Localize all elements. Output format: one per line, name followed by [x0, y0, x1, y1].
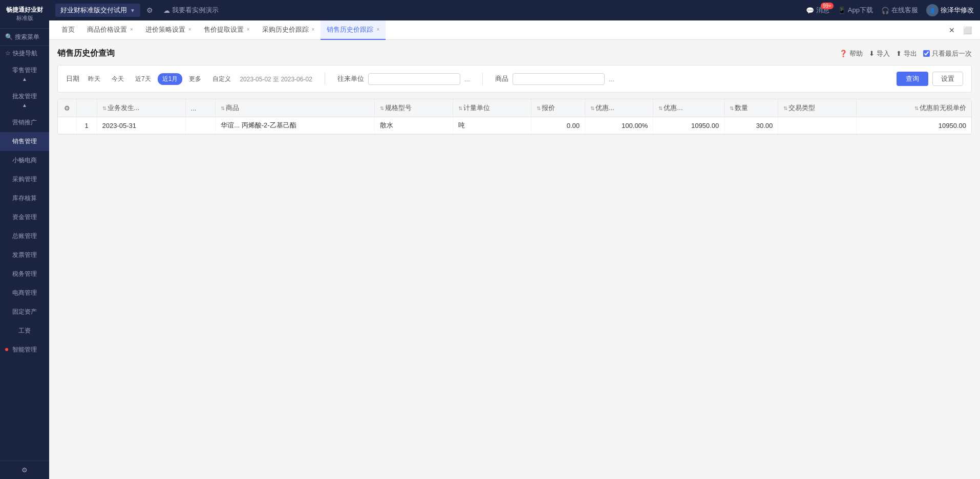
date-btn-last7[interactable]: 近7天	[131, 73, 156, 85]
col-header-pretax-price[interactable]: ⇅优惠前无税单价	[857, 99, 971, 117]
date-btn-more[interactable]: 更多	[184, 73, 206, 85]
online-service-button[interactable]: 🎧 在线客服	[881, 6, 918, 15]
sort-price-icon: ⇅	[537, 105, 541, 111]
export-button[interactable]: ⬆ 导出	[896, 49, 917, 58]
module-name: 好业财标准版交付试用	[60, 6, 127, 15]
tab-product-price-close[interactable]: ×	[130, 27, 133, 32]
tab-sale-price-close[interactable]: ×	[247, 27, 250, 32]
sidebar-item-invoice[interactable]: 发票管理	[0, 246, 49, 265]
sidebar-item-inventory[interactable]: 库存核算	[0, 189, 49, 208]
tab-purchase-strategy-close[interactable]: ×	[188, 27, 191, 32]
sidebar-item-smart[interactable]: 智能管理	[0, 340, 49, 359]
tab-product-price[interactable]: 商品价格设置 ×	[81, 20, 139, 40]
cell-price: 0.00	[531, 117, 585, 134]
messages-badge: 99+	[821, 3, 834, 9]
tab-purchase-strategy[interactable]: 进价策略设置 ×	[139, 20, 198, 40]
import-icon: ⬇	[869, 50, 875, 57]
sidebar-invoice-label: 发票管理	[12, 251, 37, 259]
sidebar-item-tax[interactable]: 税务管理	[0, 265, 49, 284]
tab-sales-history[interactable]: 销售历史价跟踪 ×	[321, 20, 386, 40]
last-only-checkbox[interactable]	[923, 50, 930, 57]
sort-qty-icon: ⇅	[730, 105, 734, 111]
online-service-label: 在线客服	[891, 6, 918, 15]
page-title: 销售历史价查询	[57, 48, 115, 59]
sidebar-item-salary[interactable]: 工资	[0, 321, 49, 340]
date-btn-yesterday[interactable]: 昨天	[83, 73, 105, 85]
tab-purchase-history-label: 采购历史价跟踪	[262, 25, 309, 34]
source-group: 往来单位 ...	[337, 73, 470, 85]
sidebar-item-purchase[interactable]: 采购管理	[0, 170, 49, 189]
tab-home[interactable]: 首页	[55, 20, 81, 40]
search-divider-1	[325, 73, 325, 85]
sidebar-item-wholesale[interactable]: 批发管理 ▲	[0, 87, 49, 113]
date-btn-custom[interactable]: 自定义	[208, 73, 236, 85]
sort-pretax-icon: ⇅	[914, 105, 919, 111]
col-header-product[interactable]: ⇅商品	[216, 99, 375, 117]
cell-date: 2023-05-31	[97, 117, 185, 134]
date-btn-today[interactable]: 今天	[107, 73, 129, 85]
sidebar-quick-nav[interactable]: ☆ 快捷导航	[0, 46, 49, 61]
sidebar-wholesale-label: 批发管理	[12, 92, 37, 101]
app-download-label: App下载	[848, 6, 873, 15]
topbar-settings-icon[interactable]: ⚙	[146, 6, 153, 14]
tab-purchase-history[interactable]: 采购历史价跟踪 ×	[256, 20, 321, 40]
sidebar-item-fixed-assets[interactable]: 固定资产	[0, 302, 49, 321]
tab-close-area: ✕ ⬜	[947, 25, 974, 35]
last-only-checkbox-label[interactable]: 只看最后一次	[923, 49, 972, 58]
tab-purchase-history-close[interactable]: ×	[312, 27, 315, 32]
close-window-button[interactable]: ✕	[947, 25, 957, 35]
query-button[interactable]: 查询	[897, 72, 928, 86]
sidebar-item-finance[interactable]: 资金管理	[0, 208, 49, 227]
col-header-date[interactable]: ⇅业务发生...	[97, 99, 185, 117]
col-header-qty[interactable]: ⇅数量	[725, 99, 778, 117]
app-download-button[interactable]: 📱 App下载	[838, 6, 873, 15]
col-header-discount-pct[interactable]: ⇅优惠...	[585, 99, 653, 117]
demo-button[interactable]: ☁ 我要看实例演示	[163, 6, 219, 15]
tab-sale-price[interactable]: 售价提取设置 ×	[198, 20, 256, 40]
logo-subtitle: 标准版	[4, 14, 45, 22]
export-label: 导出	[904, 49, 917, 58]
sidebar-settings[interactable]: ⚙	[0, 461, 49, 479]
cell-trade-type	[778, 117, 857, 134]
source-input[interactable]	[368, 73, 460, 85]
smart-dot-icon	[5, 348, 8, 351]
date-btn-last1m[interactable]: 近1月	[158, 73, 183, 85]
product-input[interactable]	[513, 73, 605, 85]
col-header-price[interactable]: ⇅报价	[531, 99, 585, 117]
expand-window-button[interactable]: ⬜	[961, 25, 974, 35]
sidebar-search[interactable]: 🔍 搜索菜单	[0, 29, 49, 46]
messages-button[interactable]: 💬 消息 99+	[806, 6, 829, 15]
cell-gear	[58, 117, 76, 134]
sidebar-item-ecommerce[interactable]: 电商管理	[0, 284, 49, 302]
product-full: 丙烯酸-2-乙基己酯	[242, 121, 296, 129]
sidebar-item-retail[interactable]: 零售管理 ▲	[0, 61, 49, 87]
date-range-text: 2023-05-02 至 2023-06-02	[240, 75, 312, 84]
sidebar-nav-label: 快捷导航	[13, 49, 37, 58]
sidebar-item-small-ecommerce[interactable]: 小畅电商	[0, 151, 49, 170]
source-more-icon[interactable]: ...	[464, 75, 470, 83]
tab-purchase-strategy-label: 进价策略设置	[145, 25, 185, 34]
import-button[interactable]: ⬇ 导入	[869, 49, 890, 58]
last-only-label: 只看最后一次	[932, 49, 972, 58]
sidebar-item-sales[interactable]: 销售管理	[0, 132, 49, 151]
sidebar-marketing-label: 营销推广	[12, 118, 37, 127]
help-button[interactable]: ❓ 帮助	[839, 49, 863, 58]
tab-sales-history-label: 销售历史价跟踪	[327, 25, 373, 34]
col-header-discount-amt[interactable]: ⇅优惠...	[653, 99, 725, 117]
col-header-unit[interactable]: ⇅计量单位	[453, 99, 531, 117]
topbar: 好业财标准版交付试用 ▼ ⚙ ☁ 我要看实例演示 💬 消息 99+ 📱 App下…	[49, 0, 980, 20]
settings-button[interactable]: 设置	[932, 72, 963, 86]
page-header: 销售历史价查询 ❓ 帮助 ⬇ 导入 ⬆ 导出 只看最后一次	[57, 48, 972, 59]
col-header-spec[interactable]: ⇅规格型号	[374, 99, 453, 117]
col-header-gear[interactable]: ⚙	[58, 99, 76, 117]
sidebar-item-marketing[interactable]: 营销推广	[0, 113, 49, 132]
product-more-icon[interactable]: ...	[609, 75, 614, 83]
col-header-trade-type[interactable]: ⇅交易类型	[778, 99, 857, 117]
module-selector[interactable]: 好业财标准版交付试用 ▼	[55, 4, 140, 17]
export-icon: ⬆	[896, 50, 902, 57]
col-header-more[interactable]: ...	[185, 99, 216, 117]
sidebar-item-general-ledger[interactable]: 总账管理	[0, 227, 49, 246]
cell-spec: 散水	[374, 117, 453, 134]
user-menu[interactable]: 👤 徐泽华修改	[926, 4, 974, 16]
tab-sales-history-close[interactable]: ×	[376, 27, 379, 32]
